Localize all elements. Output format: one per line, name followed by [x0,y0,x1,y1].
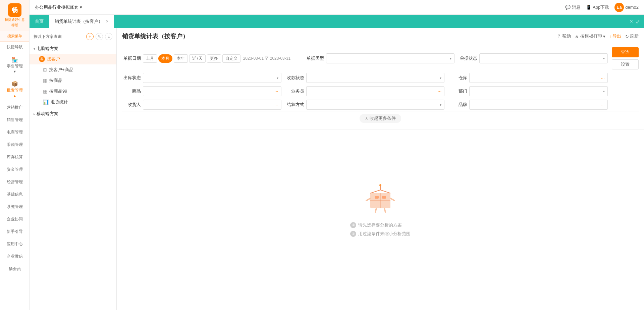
search-menu[interactable]: 搜索菜单 [0,31,29,42]
sidebar-item-system[interactable]: 系统管理 [0,201,29,213]
sidebar-item-basic[interactable]: 基础信息 [0,188,29,201]
sidebar-item-guide[interactable]: 新手引导 [0,225,29,238]
quick-nav[interactable]: 快捷导航 [0,42,29,53]
filter-area-wrapper: 单据日期 上月 本月 本年 近7天 更多 自定义 2023-03-01 至 20… [117,43,644,130]
scheme-add-button[interactable]: + [86,33,94,40]
sidebar-item-retail[interactable]: 🏪 零售管理 ▾ [0,53,29,77]
collapse-button[interactable]: ∧ 收起更多条件 [360,114,401,123]
sidebar-item-purchase[interactable]: 采购管理 [0,139,29,151]
goods-input[interactable]: ··· [143,86,281,96]
user-profile[interactable]: Ea demo2 [614,3,639,12]
collapse-row: ∧ 收起更多条件 [122,111,639,125]
sidebar-item-sales[interactable]: 销售管理 [0,114,29,126]
recipient-label: 收货人 [122,102,141,108]
export-icon: ↑ [609,34,612,39]
recipient-dots-icon[interactable]: ··· [274,102,278,107]
empty-hint-2: ② 用过滤条件来缩小分析范围 [350,231,411,237]
date-range-text: 2023-03-01 至 2023-03-31 [243,56,290,61]
industry-name: 办公用品行业模拟账套 [35,4,78,10]
settlement-select[interactable]: ▾ [306,100,445,110]
sidebar-item-ecom[interactable]: 电商管理 [0,126,29,139]
scheme-item-return-stats[interactable]: 📊 退货统计 [30,97,116,107]
scheme-item-by-goods99[interactable]: ▦ 按商品99 [30,86,116,97]
date-btn-more[interactable]: 更多 [207,54,221,63]
tab-close-icon[interactable]: × [106,19,108,24]
sidebar-item-appcenter[interactable]: 应用中心 [0,238,29,250]
sidebar-item-marketing-label: 营销推广 [1,105,28,110]
svg-rect-3 [375,196,379,199]
date-btn-this-year[interactable]: 本年 [174,54,188,63]
sidebar-item-inventory[interactable]: 库存核算 [0,151,29,163]
refresh-icon: ↻ [625,34,629,39]
recipient-input[interactable]: ··· [143,100,281,110]
out-status-select[interactable]: ▾ [143,73,281,83]
tab-active[interactable]: 销货单统计表（按客户） × [49,15,114,28]
sidebar-item-member-label: 畅会员 [1,266,28,272]
salesperson-dots-icon[interactable]: ··· [438,89,442,94]
sidebar-item-wechat[interactable]: 企业微信 [0,250,29,263]
doc-status-select[interactable]: ▾ [479,53,608,63]
settings-button[interactable]: 设置 [612,59,639,69]
scheme-item-by-goods[interactable]: ▦ 按商品 [30,75,116,86]
user-initials: Ea [617,5,622,10]
sidebar-item-wechat-label: 企业微信 [1,254,28,259]
tab-home-label: 首页 [35,18,44,24]
print-action[interactable]: 🖨 按模板打印 ▾ [575,33,605,39]
scheme-active-icon: 客 [39,56,45,62]
query-button[interactable]: 查询 [612,47,639,57]
svg-line-7 [366,198,370,201]
page-header: 销货单统计表（按客户） ？ 帮助 🖨 按模板打印 ▾ ↑ 导出 [117,28,644,43]
warehouse-input[interactable]: ··· [469,73,608,83]
mobile-schemes-header[interactable]: ▸ 移动端方案 [30,109,116,119]
salesperson-input[interactable]: ··· [306,86,445,96]
date-btn-7days[interactable]: 近7天 [189,54,206,63]
date-btn-this-month[interactable]: 本月 [158,54,172,63]
scheme-panel-title: 按以下方案查询 [34,34,84,40]
dept-select[interactable]: ▾ [469,86,608,96]
mobile-schemes-section: ▸ 移动端方案 [30,109,116,119]
date-btn-last-month[interactable]: 上月 [143,54,157,63]
page-actions: ？ 帮助 🖨 按模板打印 ▾ ↑ 导出 ↻ 刷新 [557,33,639,39]
sidebar-item-operations-label: 经营管理 [1,179,28,185]
sidebar-item-wholesale[interactable]: 📦 批发管理 ▴ [0,77,29,101]
brand-dots-icon[interactable]: ··· [601,102,605,107]
receipt-status-select[interactable]: ▾ [306,73,445,83]
sidebar-item-operations[interactable]: 经营管理 [0,176,29,188]
desktop-schemes-header[interactable]: ▾ 电脑端方案 [30,44,116,54]
scheme-item-by-customer[interactable]: 客 按客户 [30,54,116,64]
export-action[interactable]: ↑ 导出 [609,33,622,39]
doc-type-select[interactable]: ▾ [326,53,454,63]
tab-maximize-btn[interactable]: ⤢ [636,18,640,25]
scheme-item-by-customer-goods[interactable]: ⊞ 按客户+商品 [30,64,116,75]
svg-point-6 [379,184,381,186]
date-btn-custom[interactable]: 自定义 [222,54,240,63]
messages-button[interactable]: 💬 消息 [565,4,581,10]
tab-home[interactable]: 首页 [30,15,49,28]
sidebar-item-marketing[interactable]: 营销推广 [0,101,29,114]
tab-close-btn[interactable]: × [630,18,633,24]
download-icon: 📱 [586,5,591,10]
messages-label: 消息 [572,4,581,10]
wholesale-icon: 📦 [1,81,28,87]
sidebar-item-enterprise[interactable]: 企业协同 [0,213,29,225]
warehouse-dots-icon[interactable]: ··· [601,75,605,81]
help-action[interactable]: ？ 帮助 [557,33,571,39]
topbar-left: 办公用品行业模拟账套 ▾ [35,4,82,10]
scheme-collapse-button[interactable]: « [105,33,112,40]
sidebar-item-member[interactable]: 畅会员 [0,263,29,275]
industry-selector[interactable]: 办公用品行业模拟账套 ▾ [35,4,82,10]
desktop-schemes-section: ▾ 电脑端方案 客 按客户 ⊞ 按客户+商品 ▦ 按商品 ▦ 按商品 [30,44,116,107]
sidebar-item-finance[interactable]: 资金管理 [0,163,29,176]
goods-dots-icon[interactable]: ··· [274,89,278,94]
print-label: 按模板打印 [580,33,602,39]
export-label: 导出 [612,33,621,39]
scheme-edit-button[interactable]: ✎ [96,33,103,40]
doc-type-label: 单据类型 [305,55,324,61]
dept-label: 部门 [448,88,467,94]
search-menu-label: 搜索菜单 [1,34,28,39]
refresh-action[interactable]: ↻ 刷新 [625,33,639,39]
sidebar-item-sales-label: 销售管理 [1,117,28,123]
brand-input[interactable]: ··· [469,100,608,110]
scheme-item-by-goods99-label: 按商品99 [49,88,67,94]
app-download-button[interactable]: 📱 App下载 [586,4,609,10]
